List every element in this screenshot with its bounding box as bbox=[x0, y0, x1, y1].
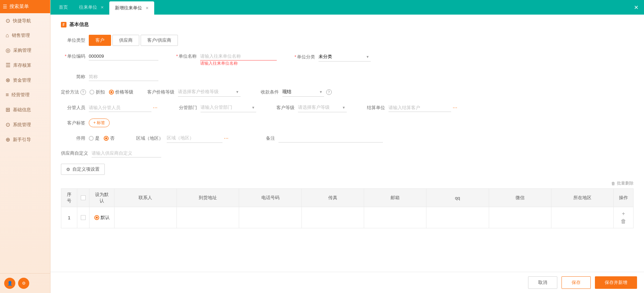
settlement-unit-input[interactable] bbox=[388, 104, 451, 112]
cancel-button[interactable]: 取消 bbox=[528, 276, 557, 289]
sidebar-item-basic-info[interactable]: ⊞ 基础信息 bbox=[0, 102, 50, 117]
sidebar-settings-btn[interactable]: ⚙ bbox=[18, 278, 29, 289]
unit-type-both[interactable]: 客户/供应商 bbox=[141, 35, 178, 46]
abbr-input[interactable] bbox=[89, 73, 158, 81]
supplier-custom-row: 供应商自定义 bbox=[61, 149, 634, 157]
unit-type-customer[interactable]: 客户 bbox=[89, 35, 111, 46]
cell-contact[interactable] bbox=[114, 207, 176, 228]
settlement-more-btn[interactable]: ··· bbox=[451, 105, 458, 111]
department-label: 分管部门 bbox=[173, 105, 201, 111]
col-email: 邮箱 bbox=[364, 189, 426, 207]
sidebar-item-newbie[interactable]: ⊕ 新手引导 bbox=[0, 132, 50, 147]
cell-region[interactable] bbox=[551, 207, 613, 228]
pricing-radio-group: 折扣 价格等级 bbox=[89, 89, 133, 95]
radio-discount[interactable]: 折扣 bbox=[89, 89, 105, 95]
sidebar-item-purchase[interactable]: ◎ 采购管理 bbox=[0, 43, 50, 58]
email-input[interactable] bbox=[368, 215, 423, 220]
radio-no[interactable]: 否 bbox=[104, 135, 115, 141]
tab-new-partner[interactable]: 新增往来单位 ✕ bbox=[109, 1, 154, 15]
tab-new-partner-close[interactable]: ✕ bbox=[146, 6, 149, 10]
address-input[interactable] bbox=[180, 215, 235, 220]
customer-price-level-label: 客户价格等级 bbox=[147, 89, 178, 95]
cell-fax[interactable] bbox=[301, 207, 364, 228]
radio-yes[interactable]: 是 bbox=[89, 135, 100, 141]
manager-input[interactable] bbox=[89, 104, 151, 112]
sidebar-bottom: 👤 ⚙ bbox=[0, 273, 50, 293]
row-checkbox[interactable] bbox=[81, 215, 86, 220]
settlement-unit-label: 结算单位 bbox=[361, 105, 388, 111]
sidebar-item-system[interactable]: ⊙ 系统管理 bbox=[0, 117, 50, 132]
table-row: 1 默认 bbox=[61, 207, 634, 228]
abbr-row: 简称 bbox=[61, 73, 634, 81]
cell-address[interactable] bbox=[177, 207, 239, 228]
region-more-btn[interactable]: ··· bbox=[222, 135, 230, 141]
payment-terms-value: 现结 bbox=[282, 87, 324, 97]
col-contact: 联系人 bbox=[114, 189, 176, 207]
radio-price-level[interactable]: 价格等级 bbox=[109, 89, 133, 95]
row-delete-btn[interactable]: 🗑 bbox=[620, 218, 627, 225]
save-new-button[interactable]: 保存并新增 bbox=[595, 276, 637, 289]
basic-info-icon: ⊞ bbox=[6, 106, 10, 113]
custom-settings-btn[interactable]: ⚙ 自定义项设置 bbox=[61, 164, 105, 175]
col-checkbox-all[interactable] bbox=[77, 189, 89, 207]
unit-category-value: 未分类 bbox=[319, 52, 371, 62]
cell-email[interactable] bbox=[364, 207, 426, 228]
sidebar: ☰ 搜索菜单 ⊙ 快捷导航 ⌂ 销售管理 ◎ 采购管理 ☰ 库存核算 ⊗ 资金管… bbox=[0, 0, 50, 293]
unit-code-input[interactable] bbox=[89, 52, 158, 60]
payment-terms-wrap[interactable]: 现结 ▼ bbox=[282, 87, 324, 97]
default-radio[interactable] bbox=[94, 215, 99, 220]
col-region: 所在地区 bbox=[551, 189, 613, 207]
cell-wechat[interactable] bbox=[489, 207, 551, 228]
add-tag-btn[interactable]: + 标签 bbox=[89, 119, 110, 127]
tab-home[interactable]: 首页 bbox=[53, 0, 73, 15]
cell-checkbox[interactable] bbox=[77, 207, 89, 228]
manager-more-btn[interactable]: ··· bbox=[151, 105, 159, 111]
col-qq: qq bbox=[426, 189, 489, 207]
delete-icon: 🗑 bbox=[611, 181, 615, 186]
help-icon[interactable]: ? bbox=[80, 89, 86, 95]
customer-price-level-wrap[interactable]: 请选择客户价格等级 ▼ bbox=[178, 87, 241, 97]
col-fax: 传真 bbox=[301, 189, 364, 207]
fax-input[interactable] bbox=[305, 215, 360, 220]
help-icon2[interactable]: ? bbox=[326, 89, 332, 95]
checkbox-all[interactable] bbox=[81, 195, 86, 200]
batch-delete-label[interactable]: 批量删除 bbox=[617, 180, 634, 186]
remark-input[interactable] bbox=[278, 134, 383, 143]
supplier-custom-input[interactable] bbox=[92, 149, 161, 157]
tabbar-close-btn[interactable]: ✕ bbox=[631, 3, 641, 12]
radio-discount-circle bbox=[89, 90, 94, 95]
col-wechat: 微信 bbox=[489, 189, 551, 207]
cell-qq[interactable] bbox=[426, 207, 489, 228]
remark-label: 备注 bbox=[251, 135, 278, 141]
tab-partners-label: 往来单位 bbox=[79, 4, 97, 10]
section-title-basic-info: F 基本信息 bbox=[61, 22, 634, 28]
sidebar-item-finance[interactable]: ⊗ 资金管理 bbox=[0, 73, 50, 88]
radio-price-level-circle bbox=[109, 90, 114, 95]
customer-level-wrap[interactable]: 请选择客户等级 ▼ bbox=[298, 103, 347, 112]
department-wrap[interactable]: 请输入分管部门 ▼ bbox=[201, 103, 256, 112]
phone-input[interactable] bbox=[243, 215, 298, 220]
unit-type-supplier[interactable]: 供应商 bbox=[112, 35, 139, 46]
sidebar-item-inventory[interactable]: ☰ 库存核算 bbox=[0, 58, 50, 73]
sidebar-search[interactable]: ☰ 搜索菜单 bbox=[0, 0, 50, 13]
region-input[interactable] bbox=[555, 215, 610, 220]
sidebar-user-btn[interactable]: 👤 bbox=[4, 278, 15, 289]
cell-phone[interactable] bbox=[239, 207, 301, 228]
row-add-btn[interactable]: + bbox=[621, 210, 626, 218]
save-button[interactable]: 保存 bbox=[561, 276, 591, 289]
tab-partners[interactable]: 往来单位 ✕ bbox=[73, 0, 109, 15]
code-name-category-row: *单位编码 *单位名称 请输入往来单位名称 *单位分类 bbox=[61, 52, 634, 66]
wechat-input[interactable] bbox=[493, 215, 548, 220]
contact-table: 序号 设为默认 联系人 到货地址 电话号码 传真 邮箱 qq 微信 所在地区 操… bbox=[61, 188, 634, 228]
sidebar-item-quick-nav[interactable]: ⊙ 快捷导航 bbox=[0, 13, 50, 28]
contact-input[interactable] bbox=[118, 215, 173, 220]
settlement-unit-group: 结算单位 ··· bbox=[361, 104, 458, 112]
unit-name-input[interactable] bbox=[200, 52, 277, 60]
qq-input[interactable] bbox=[430, 215, 485, 220]
sidebar-item-operations[interactable]: ≡ 经营管理 bbox=[0, 88, 50, 102]
unit-category-label: *单位分类 bbox=[291, 54, 319, 60]
tab-partners-close[interactable]: ✕ bbox=[101, 5, 104, 10]
supplier-custom-label: 供应商自定义 bbox=[61, 150, 92, 156]
sidebar-item-sales[interactable]: ⌂ 销售管理 bbox=[0, 28, 50, 43]
disabled-region-remark-row: 停用 是 否 区域（地区） 区域（地区） ··· 备注 bbox=[61, 133, 634, 143]
